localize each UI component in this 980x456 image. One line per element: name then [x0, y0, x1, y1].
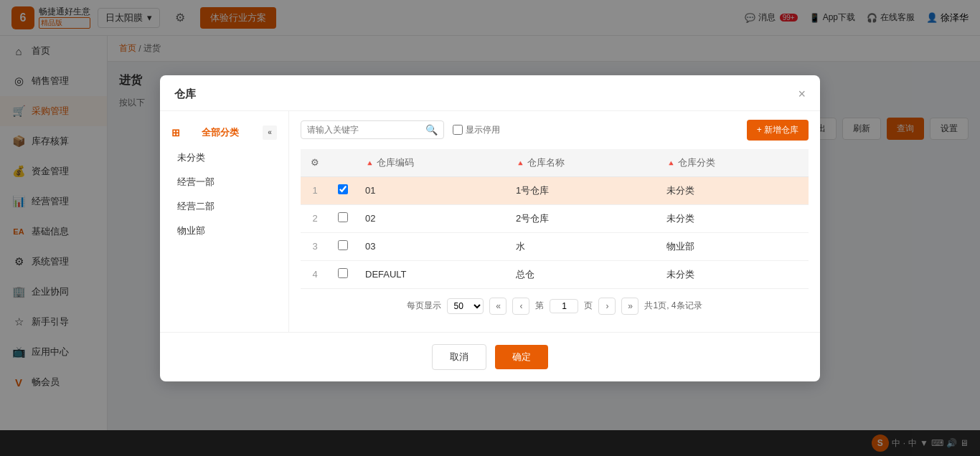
row-checkbox-2[interactable] [329, 204, 357, 232]
row-name-4: 总仓 [507, 260, 658, 288]
page-label: 第 [535, 300, 544, 312]
dialog-body: ⊞ 全部分类 « 未分类 经营一部 经营二部 物业部 [160, 111, 820, 332]
row-code-1: 01 [357, 176, 507, 204]
first-page-button[interactable]: « [489, 298, 507, 315]
category-label-0: 未分类 [177, 152, 205, 163]
col-category: 🔺 仓库分类 [658, 149, 809, 177]
col-settings: ⚙ [301, 149, 329, 177]
dialog-footer: 取消 确定 [160, 332, 820, 381]
row-num-2: 2 [301, 204, 329, 232]
show-disabled-checkbox[interactable] [453, 125, 463, 135]
dialog-title: 仓库 [174, 87, 196, 101]
row-checkbox-4[interactable] [329, 260, 357, 288]
col-name: 🔺 仓库名称 [507, 149, 658, 177]
show-disabled-label: 显示停用 [466, 124, 500, 136]
dialog-close-button[interactable]: × [798, 87, 806, 102]
row-category-4: 未分类 [658, 260, 809, 288]
per-page-select[interactable]: 50 100 [447, 298, 484, 314]
col-code: 🔺 仓库编码 [357, 149, 507, 177]
warehouse-table: ⚙ 🔺 仓库编码 🔺 仓库名称 [301, 149, 809, 289]
all-category-item[interactable]: ⊞ 全部分类 « [160, 120, 288, 146]
category-label-2: 经营二部 [177, 201, 215, 212]
warehouse-dialog: 仓库 × ⊞ 全部分类 « 未分类 经营一部 经营二部 [160, 75, 820, 381]
row-category-3: 物业部 [658, 232, 809, 260]
row-checkbox-1[interactable] [329, 176, 357, 204]
table-row[interactable]: 3 03 水 物业部 [301, 232, 809, 260]
cancel-button[interactable]: 取消 [432, 344, 486, 370]
row-num-4: 4 [301, 260, 329, 288]
row-category-1: 未分类 [658, 176, 809, 204]
row-name-3: 水 [507, 232, 658, 260]
add-warehouse-button[interactable]: + 新增仓库 [747, 120, 809, 141]
table-row[interactable]: 4 DEFAULT 总仓 未分类 [301, 260, 809, 288]
row-name-2: 2号仓库 [507, 204, 658, 232]
search-icon[interactable]: 🔍 [425, 124, 438, 136]
row-num-3: 3 [301, 232, 329, 260]
row-code-3: 03 [357, 232, 507, 260]
category-label-1: 经营一部 [177, 176, 215, 187]
collapse-button[interactable]: « [263, 125, 277, 140]
category-item-0[interactable]: 未分类 [160, 146, 288, 170]
show-disabled-checkbox-group: 显示停用 [453, 124, 500, 136]
category-item-3[interactable]: 物业部 [160, 219, 288, 243]
total-records: 共1页, 4条记录 [644, 300, 702, 312]
table-panel: 🔍 显示停用 + 新增仓库 ⚙ [289, 111, 820, 332]
per-page-label: 每页显示 [407, 300, 441, 312]
row-name-1: 1号仓库 [507, 176, 658, 204]
sort-icon: 🔺 [365, 159, 374, 167]
last-page-button[interactable]: » [621, 298, 639, 315]
dialog-overlay: 仓库 × ⊞ 全部分类 « 未分类 经营一部 经营二部 [0, 0, 980, 456]
pagination: 每页显示 50 100 « ‹ 第 页 › » 共1页, 4条记录 [301, 289, 809, 323]
table-container: ⚙ 🔺 仓库编码 🔺 仓库名称 [301, 149, 809, 289]
category-panel: ⊞ 全部分类 « 未分类 经营一部 经营二部 物业部 [160, 111, 289, 332]
category-label-3: 物业部 [177, 225, 205, 236]
row-num-1: 1 [301, 176, 329, 204]
confirm-button[interactable]: 确定 [495, 345, 548, 369]
col-name-sort-icon: 🔺 [516, 159, 524, 167]
row-code-4: DEFAULT [357, 260, 507, 288]
table-toolbar: 🔍 显示停用 + 新增仓库 [301, 120, 809, 141]
col-category-sort-icon: 🔺 [666, 159, 675, 167]
table-row[interactable]: 2 02 2号仓库 未分类 [301, 204, 809, 232]
col-checkbox [329, 149, 357, 177]
category-item-2[interactable]: 经营二部 [160, 194, 288, 219]
page-unit: 页 [584, 300, 593, 312]
dialog-header: 仓库 × [160, 75, 820, 111]
grid-icon: ⊞ [171, 127, 180, 138]
table-header: ⚙ 🔺 仓库编码 🔺 仓库名称 [301, 149, 809, 177]
category-item-1[interactable]: 经营一部 [160, 170, 288, 194]
row-checkbox-3[interactable] [329, 232, 357, 260]
search-input[interactable] [307, 125, 425, 135]
table-row[interactable]: 1 01 1号仓库 未分类 [301, 176, 809, 204]
page-number-input[interactable] [550, 299, 578, 313]
table-body: 1 01 1号仓库 未分类 2 02 2号仓库 [301, 176, 809, 288]
prev-page-button[interactable]: ‹ [512, 298, 529, 315]
next-page-button[interactable]: › [598, 298, 616, 315]
all-category-label: 全部分类 [202, 126, 239, 139]
row-category-2: 未分类 [658, 204, 809, 232]
search-box: 🔍 [301, 120, 444, 139]
row-code-2: 02 [357, 204, 507, 232]
